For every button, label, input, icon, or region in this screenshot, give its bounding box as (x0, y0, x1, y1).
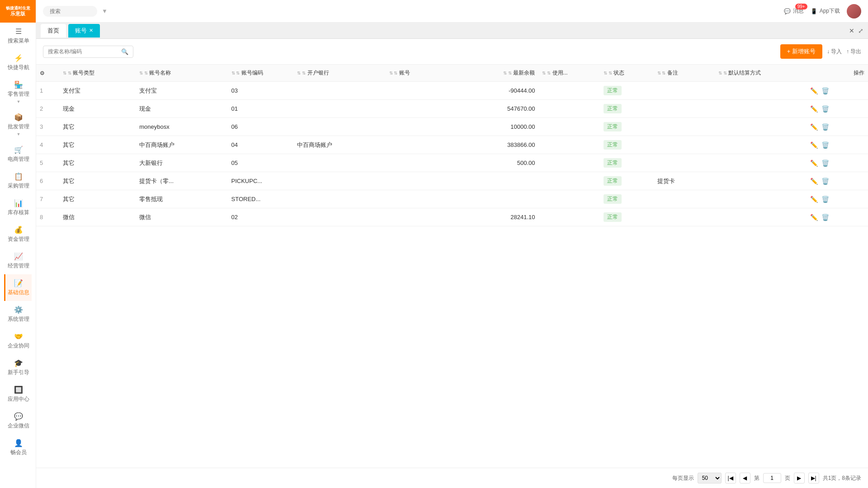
next-page-btn[interactable]: ▶ (794, 473, 805, 483)
delete-btn-0[interactable]: 🗑️ (821, 87, 829, 94)
row-name-6: 零售抵现 (136, 190, 227, 208)
sidebar-icon-14: 💬 (14, 412, 23, 421)
sidebar-icon-3: 📦 (14, 113, 23, 122)
sidebar-item-2[interactable]: 🏪零售管理▼ (4, 76, 32, 108)
edit-btn-0[interactable]: ✏️ (810, 87, 818, 94)
table-row: 4 其它 中百商场账户 04 中百商场账户 383866.00 正常 ✏️ 🗑️ (36, 136, 868, 154)
add-account-button[interactable]: + 新增账号 (780, 44, 822, 59)
row-type-2: 其它 (59, 118, 136, 136)
col-settle[interactable]: ⇅ 默认结算方式 (715, 65, 807, 82)
sidebar-item-15[interactable]: 👤畅会员 (4, 434, 32, 461)
row-account-5 (386, 172, 462, 190)
pagination: 每页显示 50 20 100 |◀ ◀ 第 页 ▶ ▶| 共1页，8条记录 (36, 468, 868, 488)
last-page-btn[interactable]: ▶| (808, 473, 819, 483)
settings-icon: ⚙ (40, 70, 45, 76)
row-bank-5 (293, 172, 385, 190)
table-row: 1 支付宝 支付宝 03 -90444.00 正常 ✏️ 🗑️ (36, 82, 868, 100)
search-input[interactable] (48, 48, 119, 55)
row-balance-2: 10000.00 (462, 118, 538, 136)
sidebar-item-11[interactable]: 🤝企业协同 (4, 328, 32, 354)
tab-expand-btn[interactable]: ⤢ (858, 27, 863, 34)
delete-btn-1[interactable]: 🗑️ (821, 105, 829, 113)
tab-account-close[interactable]: ✕ (89, 28, 93, 33)
sidebar-item-6[interactable]: 📊库存核算 (4, 194, 32, 221)
edit-btn-4[interactable]: ✏️ (810, 160, 818, 167)
edit-btn-2[interactable]: ✏️ (810, 123, 818, 131)
first-page-btn[interactable]: |◀ (725, 473, 736, 483)
row-code-7: 02 (228, 208, 294, 226)
sidebar-label-1: 快捷导航 (8, 64, 29, 71)
col-balance[interactable]: ⇅ 最新余额 (462, 65, 538, 82)
sidebar-item-9[interactable]: 📝基础信息 (4, 274, 32, 301)
row-bank-1 (293, 100, 385, 118)
sidebar-item-3[interactable]: 📦批发管理▼ (4, 108, 32, 141)
row-balance-1: 547670.00 (462, 100, 538, 118)
page-input[interactable] (763, 473, 781, 483)
per-page-select[interactable]: 50 20 100 (698, 473, 722, 483)
edit-btn-5[interactable]: ✏️ (810, 178, 818, 185)
app-download-button[interactable]: 📱 App下载 (811, 7, 840, 15)
row-remark-3 (654, 136, 715, 154)
col-usage[interactable]: ⇅ 使用... (538, 65, 600, 82)
row-settle-0 (715, 82, 807, 100)
delete-btn-6[interactable]: 🗑️ (821, 196, 829, 203)
sidebar-item-5[interactable]: 📋采购管理 (4, 168, 32, 194)
sidebar: 畅捷通时生意 乐意版 ☰搜索菜单⚡快捷导航🏪零售管理▼📦批发管理▼🛒电商管理📋采… (0, 0, 36, 488)
tab-close-btn[interactable]: ✕ (849, 27, 854, 34)
tab-home[interactable]: 首页 (41, 24, 66, 38)
row-balance-7: 28241.10 (462, 208, 538, 226)
global-search-input[interactable] (43, 6, 97, 17)
col-account[interactable]: ⇅ 账号 (386, 65, 462, 82)
col-code[interactable]: ⇅ 账号编码 (228, 65, 294, 82)
sidebar-item-13[interactable]: 🔲应用中心 (4, 381, 32, 408)
row-usage-4 (538, 154, 600, 172)
sidebar-item-4[interactable]: 🛒电商管理 (4, 141, 32, 168)
delete-btn-2[interactable]: 🗑️ (821, 123, 829, 131)
export-button[interactable]: ↑ 导出 (846, 48, 861, 56)
row-bank-4 (293, 154, 385, 172)
sidebar-label-12: 新手引导 (8, 369, 29, 376)
sidebar-item-12[interactable]: 🎓新手引导 (4, 354, 32, 381)
delete-btn-5[interactable]: 🗑️ (821, 178, 829, 185)
table-container: ⚙ ⇅ 账号类型 ⇅ 账号名称 ⇅ 账号编码 ⇅ 开户银行 (36, 65, 868, 468)
search-icon[interactable]: 🔍 (121, 48, 128, 55)
sidebar-item-8[interactable]: 📈经营管理 (4, 248, 32, 274)
col-status[interactable]: ⇅ 状态 (600, 65, 654, 82)
import-button[interactable]: ↓ 导入 (827, 48, 842, 56)
notification-button[interactable]: 💬 消息 99+ (784, 7, 804, 15)
tab-account[interactable]: 账号 ✕ (68, 24, 100, 38)
edit-btn-6[interactable]: ✏️ (810, 196, 818, 203)
sidebar-item-14[interactable]: 💬企业微信 (4, 408, 32, 434)
edit-btn-1[interactable]: ✏️ (810, 105, 818, 113)
page-suffix: 页 (785, 474, 790, 482)
sidebar-item-7[interactable]: 💰资金管理 (4, 221, 32, 248)
page-content: 🔍 + 新增账号 ↓ 导入 ↑ 导出 ⚙ (36, 39, 868, 488)
col-settings[interactable]: ⚙ (36, 65, 59, 82)
delete-btn-4[interactable]: 🗑️ (821, 160, 829, 167)
sidebar-label-7: 资金管理 (8, 235, 29, 243)
sidebar-item-1[interactable]: ⚡快捷导航 (4, 49, 32, 76)
row-balance-0: -90444.00 (462, 82, 538, 100)
header-dropdown-icon[interactable]: ▼ (102, 8, 108, 14)
delete-btn-3[interactable]: 🗑️ (821, 141, 829, 149)
sidebar-item-0[interactable]: ☰搜索菜单 (4, 23, 32, 49)
row-account-2 (386, 118, 462, 136)
row-account-4 (386, 154, 462, 172)
row-action-7: ✏️ 🗑️ (807, 208, 868, 226)
edit-btn-3[interactable]: ✏️ (810, 141, 818, 149)
row-action-0: ✏️ 🗑️ (807, 82, 868, 100)
edit-btn-7[interactable]: ✏️ (810, 214, 818, 221)
sidebar-item-10[interactable]: ⚙️系统管理 (4, 301, 32, 328)
col-bank[interactable]: ⇅ 开户银行 (293, 65, 385, 82)
prev-page-btn[interactable]: ◀ (740, 473, 750, 483)
row-bank-0 (293, 82, 385, 100)
row-status-7: 正常 (600, 208, 654, 226)
row-balance-5 (462, 172, 538, 190)
col-name[interactable]: ⇅ 账号名称 (136, 65, 227, 82)
col-remark[interactable]: ⇅ 备注 (654, 65, 715, 82)
delete-btn-7[interactable]: 🗑️ (821, 214, 829, 221)
row-usage-1 (538, 100, 600, 118)
user-avatar[interactable] (847, 4, 861, 19)
total-label: 共1页，8条记录 (823, 474, 861, 482)
col-type[interactable]: ⇅ 账号类型 (59, 65, 136, 82)
